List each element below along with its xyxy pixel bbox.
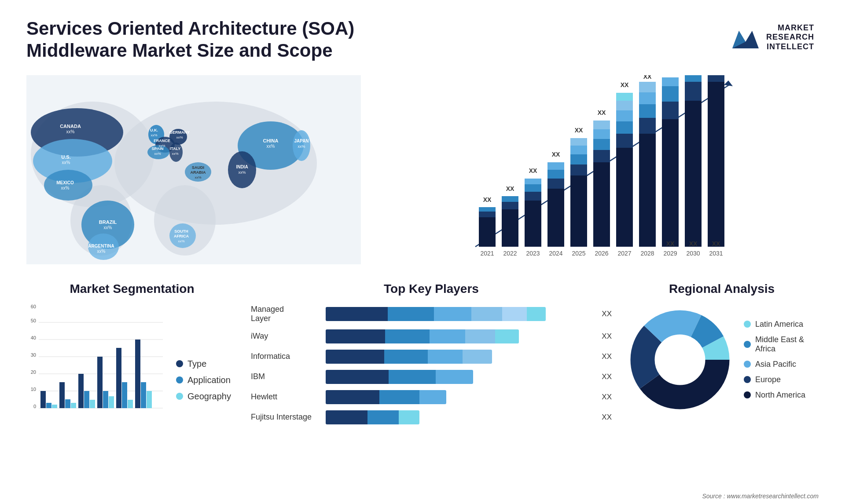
svg-rect-72 [547, 189, 564, 247]
svg-rect-114 [685, 75, 702, 82]
svg-rect-85 [593, 162, 610, 247]
svg-text:40: 40 [31, 335, 36, 340]
map-svg: CANADA xx% U.S. xx% MEXICO xx% BRAZIL xx… [26, 75, 361, 264]
svg-marker-55 [724, 80, 733, 86]
svg-text:XX: XX [483, 196, 492, 203]
bar-chart-svg: XX 2021 XX 2022 XX 2023 [378, 75, 819, 264]
player-bar-hewlett [326, 390, 594, 404]
svg-text:CANADA: CANADA [60, 124, 81, 129]
source-text: Source : www.marketresearchintellect.com [702, 493, 819, 500]
svg-point-20 [228, 151, 256, 188]
svg-rect-82 [570, 138, 587, 146]
svg-text:0: 0 [33, 404, 36, 409]
svg-rect-101 [639, 118, 656, 134]
svg-text:2023: 2023 [526, 250, 540, 257]
svg-text:2024: 2024 [549, 250, 562, 257]
svg-rect-117 [708, 75, 724, 82]
player-bar-fujitsu [326, 410, 594, 424]
svg-text:2024: 2024 [101, 410, 111, 410]
players-table: ManagedLayer [251, 305, 612, 424]
svg-text:2028: 2028 [640, 250, 654, 257]
svg-rect-67 [525, 192, 541, 201]
player-name-ibm: IBM [251, 372, 321, 381]
svg-rect-141 [71, 403, 76, 408]
legend-dot-type [176, 360, 183, 367]
player-row-iway: iWay XX [251, 329, 612, 343]
svg-text:ARABIA: ARABIA [191, 170, 206, 175]
svg-rect-93 [616, 134, 633, 148]
svg-text:XX: XX [552, 151, 560, 158]
player-bar-iway [326, 329, 594, 343]
top-section: CANADA xx% U.S. xx% MEXICO xx% BRAZIL xx… [26, 75, 819, 264]
svg-rect-157 [147, 391, 152, 408]
legend-dot-geography [176, 393, 183, 400]
svg-text:xx%: xx% [238, 170, 246, 175]
svg-rect-88 [593, 129, 610, 139]
svg-text:2027: 2027 [617, 250, 631, 257]
svg-rect-102 [639, 104, 656, 118]
svg-rect-151 [116, 348, 121, 408]
svg-text:U.S.: U.S. [61, 154, 70, 160]
svg-rect-80 [570, 154, 587, 164]
svg-text:2022: 2022 [503, 250, 517, 257]
page-title: Services Oriented Architecture (SOA) Mid… [26, 18, 422, 62]
svg-text:xx%: xx% [104, 225, 112, 230]
svg-text:2026: 2026 [595, 250, 608, 257]
svg-text:CHINA: CHINA [263, 138, 279, 143]
svg-text:SPAIN: SPAIN [152, 146, 164, 151]
svg-rect-153 [128, 400, 133, 408]
player-bar-ibm [326, 370, 594, 384]
header: Services Oriented Architecture (SOA) Mid… [26, 18, 819, 62]
svg-rect-113 [685, 82, 702, 101]
svg-rect-110 [662, 77, 679, 86]
key-players-title: Top Key Players [251, 282, 612, 296]
svg-text:MEXICO: MEXICO [56, 180, 74, 185]
svg-rect-155 [135, 340, 140, 408]
svg-rect-148 [103, 391, 108, 408]
player-bar-informatica [326, 350, 594, 364]
svg-rect-94 [616, 121, 633, 134]
player-row-hewlett: Hewlett XX [251, 390, 612, 404]
svg-rect-145 [90, 400, 95, 408]
player-row-fujitsu: Fujitsu Interstage XX [251, 410, 612, 424]
svg-rect-140 [65, 399, 70, 408]
svg-text:60: 60 [31, 305, 36, 309]
svg-text:2030: 2030 [686, 250, 700, 257]
legend-asia-pacific: Asia Pacific [744, 360, 819, 369]
svg-text:xx%: xx% [176, 135, 183, 139]
svg-rect-58 [479, 207, 496, 212]
svg-rect-78 [570, 175, 587, 247]
svg-rect-156 [141, 382, 146, 408]
svg-rect-139 [59, 382, 65, 408]
regional-donut-area: Latin America Middle East & Africa Asia … [625, 305, 819, 415]
legend-item-application: Application [176, 375, 231, 385]
svg-text:2026: 2026 [139, 410, 149, 410]
player-name-hewlett: Hewlett [251, 392, 321, 402]
svg-text:XX: XX [666, 240, 675, 247]
svg-rect-152 [122, 382, 127, 408]
svg-text:xx%: xx% [267, 144, 275, 149]
svg-text:2025: 2025 [120, 410, 130, 410]
svg-text:XX: XX [506, 185, 514, 192]
svg-text:xx%: xx% [97, 249, 106, 254]
svg-rect-135 [40, 391, 46, 408]
svg-rect-69 [525, 179, 541, 184]
svg-rect-97 [616, 93, 633, 101]
svg-rect-112 [685, 101, 702, 247]
svg-rect-86 [593, 150, 610, 162]
svg-point-164 [656, 336, 704, 384]
player-row-managed: ManagedLayer [251, 305, 612, 323]
svg-text:BRAZIL: BRAZIL [99, 219, 117, 225]
svg-rect-62 [502, 202, 518, 209]
svg-text:50: 50 [31, 318, 36, 323]
svg-rect-57 [479, 212, 496, 217]
svg-text:2025: 2025 [572, 250, 585, 257]
svg-text:xx%: xx% [172, 152, 178, 156]
svg-rect-73 [547, 179, 564, 189]
segmentation-chart-area: 0 10 20 30 40 50 60 [26, 305, 238, 410]
key-players-container: Top Key Players ManagedLayer [251, 282, 612, 431]
svg-rect-100 [639, 134, 656, 247]
svg-text:XX: XX [621, 81, 629, 88]
svg-text:XX: XX [712, 240, 720, 247]
player-name-fujitsu: Fujitsu Interstage [251, 413, 321, 422]
